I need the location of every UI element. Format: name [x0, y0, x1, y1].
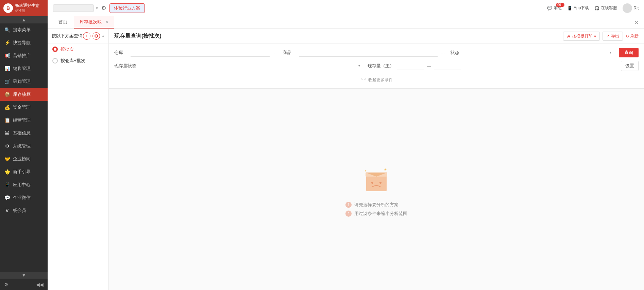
print-dropdown-icon: ▾: [594, 34, 596, 39]
tab-home[interactable]: 首页: [53, 16, 73, 29]
collapse-conditions-button[interactable]: ⌃⌃ 收起更多条件: [114, 74, 639, 84]
online-service-button[interactable]: 🎧 在线客服: [594, 5, 617, 11]
svg-text:★: ★: [384, 168, 387, 171]
stock-qty-filter: 现存量（主） —: [368, 62, 615, 70]
settings-button[interactable]: 设置: [621, 61, 639, 71]
print-button[interactable]: 🖨 按模板打印 ▾: [563, 32, 600, 41]
stock-qty-from-input[interactable]: [397, 62, 424, 70]
settings-button[interactable]: ⚙: [4, 282, 9, 287]
trial-button[interactable]: 体验行业方案: [109, 3, 145, 13]
sidebar-item-purchase[interactable]: 🛒 采购管理: [0, 75, 48, 88]
stock-status-label: 现存量状态: [114, 63, 136, 69]
sidebar-item-marketing[interactable]: 📢 营销推广: [0, 49, 48, 62]
scheme-item-batch[interactable]: 按批次: [48, 43, 108, 55]
sidebar-item-label: 畅会员: [13, 207, 26, 214]
sidebar-scroll-down[interactable]: ▼: [0, 272, 48, 279]
message-button[interactable]: 💬 消息 99+: [547, 5, 562, 11]
message-badge: 99+: [556, 3, 564, 7]
sidebar-item-management[interactable]: 📋 经营管理: [0, 114, 48, 127]
status-filter: 状态 ▾: [451, 49, 613, 56]
app-download-label: App下载: [574, 5, 589, 11]
enterprise-icon: 🤝: [4, 156, 10, 162]
status-dropdown-icon: ▾: [610, 51, 611, 54]
basic-icon: 🏛: [4, 130, 10, 136]
sidebar-item-quicknav[interactable]: ⚡ 快捷导航: [0, 36, 48, 49]
export-button[interactable]: ↗ 导出: [603, 32, 623, 41]
product-input[interactable]: [299, 49, 438, 57]
left-panel: 按以下方案查询 ＋ ⚙ « 按批次 按仓库+批次: [48, 29, 109, 290]
print-icon: 🖨: [567, 34, 571, 39]
app-logo: B: [3, 3, 13, 13]
sidebar-item-member[interactable]: V 畅会员: [0, 204, 48, 217]
main-content: ▾ ⚙ 体验行业方案 💬 消息 99+ 📱 App下载 🎧 在线客服 Rit: [48, 0, 644, 290]
sidebar-item-label: 基础信息: [13, 130, 31, 136]
tab-inventory-batch[interactable]: 库存批次账 ✕: [74, 16, 114, 29]
empty-illustration: ★ ✦: [359, 162, 393, 196]
add-scheme-button[interactable]: ＋: [83, 32, 90, 40]
purchase-icon: 🛒: [4, 78, 10, 85]
stock-status-select[interactable]: ▾: [139, 62, 362, 69]
collapse-sidebar-button[interactable]: ◀◀: [36, 282, 44, 287]
svg-text:✦: ✦: [365, 169, 367, 173]
user-menu-button[interactable]: Rit: [623, 3, 639, 13]
status-label: 状态: [451, 50, 464, 56]
sidebar-item-search[interactable]: 🔍 搜索菜单: [0, 23, 48, 36]
close-all-tabs-button[interactable]: ✕: [634, 19, 639, 26]
hint-text-2: 用过滤条件来缩小分析范围: [354, 211, 407, 217]
sidebar-item-system[interactable]: ⚙ 系统管理: [0, 140, 48, 152]
left-panel-actions: ＋ ⚙ «: [83, 32, 104, 40]
query-button[interactable]: 查询: [619, 48, 639, 57]
app-download-button[interactable]: 📱 App下载: [567, 5, 589, 11]
breadcrumb-arrow-icon: ▾: [96, 6, 98, 11]
filter-row-2: 现存量状态 ▾ 现存量（主） — 设置: [114, 61, 639, 71]
stock-qty-label: 现存量（主）: [368, 63, 394, 69]
sidebar-item-finance[interactable]: 💰 资金管理: [0, 101, 48, 114]
warehouse-input[interactable]: [131, 49, 270, 57]
sidebar-item-wechat[interactable]: 💬 企业微信: [0, 191, 48, 204]
stock-qty-dash: —: [427, 64, 431, 69]
sidebar-item-inventory[interactable]: 📦 库存核算: [0, 88, 48, 101]
quicknav-icon: ⚡: [4, 40, 10, 46]
refresh-icon: ↻: [626, 34, 629, 39]
sidebar-item-enterprise[interactable]: 🤝 企业协同: [0, 152, 48, 165]
apps-icon: 📱: [4, 182, 10, 188]
wechat-icon: 💬: [4, 195, 10, 201]
tab-close-button[interactable]: ✕: [105, 20, 108, 24]
scheme-settings-button[interactable]: ⚙: [92, 32, 100, 40]
topbar-gear-button[interactable]: ⚙: [100, 3, 107, 13]
product-label: 商品: [283, 50, 296, 56]
sidebar-item-label: 营销推广: [13, 53, 31, 59]
warehouse-more-button[interactable]: …: [272, 50, 277, 55]
scheme-item-warehouse-batch[interactable]: 按仓库+批次: [48, 55, 108, 67]
sidebar-header: B 畅康通好生意 标准版: [0, 0, 48, 16]
sidebar-item-label: 采购管理: [13, 78, 31, 85]
sidebar: B 畅康通好生意 标准版 ▲ 🔍 搜索菜单 ⚡ 快捷导航 📢 营销推广 📊 销售…: [0, 0, 48, 290]
app-title-block: 畅康通好生意 标准版: [15, 3, 39, 13]
sidebar-item-label: 系统管理: [13, 143, 31, 149]
sidebar-item-newbie[interactable]: 🌟 新手引导: [0, 165, 48, 178]
product-more-button[interactable]: …: [440, 50, 445, 55]
sidebar-item-apps[interactable]: 📱 应用中心: [0, 178, 48, 191]
left-panel-collapse-button[interactable]: «: [102, 34, 104, 38]
avatar: [623, 3, 632, 13]
sidebar-item-label: 资金管理: [13, 104, 31, 110]
stock-qty-to-input[interactable]: [434, 62, 461, 70]
marketing-icon: 📢: [4, 53, 10, 59]
left-panel-header: 按以下方案查询 ＋ ⚙ «: [48, 29, 108, 43]
sidebar-item-label: 销售管理: [13, 66, 31, 72]
sidebar-item-sales[interactable]: 📊 销售管理: [0, 62, 48, 75]
collapse-up-icon: ⌃⌃: [360, 78, 367, 83]
empty-hint-2: 2 用过滤条件来缩小分析范围: [345, 211, 407, 217]
hint-number-1: 1: [345, 202, 352, 208]
sidebar-item-basic[interactable]: 🏛 基础信息: [0, 127, 48, 140]
sidebar-scroll-up[interactable]: ▲: [0, 16, 48, 23]
sidebar-item-label: 新手引导: [13, 169, 31, 175]
breadcrumb: ▾ ⚙ 体验行业方案: [53, 3, 544, 13]
sidebar-item-label: 应用中心: [13, 182, 31, 188]
sidebar-item-label: 企业协同: [13, 156, 31, 162]
breadcrumb-input[interactable]: [53, 4, 94, 12]
refresh-button[interactable]: ↻ 刷新: [626, 33, 639, 39]
status-select[interactable]: ▾: [467, 49, 613, 56]
page-content: 按以下方案查询 ＋ ⚙ « 按批次 按仓库+批次: [48, 29, 644, 290]
tabs-bar: 首页 库存批次账 ✕ ✕: [48, 16, 644, 29]
